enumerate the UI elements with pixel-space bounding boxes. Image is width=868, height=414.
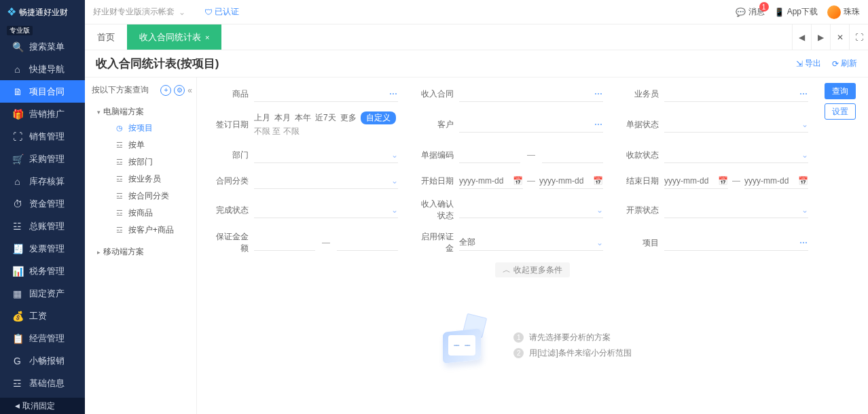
field-label: 客户 — [414, 119, 454, 131]
scheme-settings-button[interactable]: ⚙ — [174, 85, 185, 96]
field-项目: 项目⋯ — [619, 231, 808, 254]
scheme-item-0-4[interactable]: ☲按合同分类 — [97, 188, 196, 205]
tab-fullscreen[interactable]: ⛶ — [849, 24, 868, 50]
field-input[interactable]: ⌄ — [254, 202, 398, 218]
field-input[interactable]: ⌄ — [664, 147, 808, 163]
sidebar-item-label: 小畅报销 — [29, 355, 65, 367]
query-button[interactable]: 查询 — [825, 83, 856, 99]
calendar-icon[interactable]: 📅 — [718, 176, 728, 186]
field-input[interactable]: ⌄ — [664, 116, 808, 133]
field-input[interactable]: ⌄ — [254, 147, 398, 163]
sidebar-item-2[interactable]: 🗎项目合同 — [0, 80, 85, 103]
chevron-down-icon[interactable]: ⌄ — [596, 205, 603, 215]
tab-next[interactable]: ▶ — [811, 24, 830, 50]
sidebar-item-10[interactable]: 📊税务管理 — [0, 260, 85, 282]
sidebar-item-3[interactable]: 🎁营销推广 — [0, 103, 85, 125]
sidebar-item-11[interactable]: ▦固定资产 — [0, 282, 85, 305]
add-scheme-button[interactable]: + — [160, 85, 171, 96]
period-option[interactable]: 本年 — [295, 112, 311, 124]
pin-toggle[interactable]: 取消固定 — [0, 398, 85, 414]
lookup-icon[interactable]: ⋯ — [594, 89, 603, 99]
sidebar-item-4[interactable]: ⛶销售管理 — [0, 125, 85, 148]
range-from[interactable] — [254, 235, 315, 251]
scheme-item-0-0[interactable]: ◷按项目 — [97, 120, 196, 137]
period-option[interactable]: 上月 — [254, 112, 270, 124]
field-input[interactable]: 全部⌄ — [459, 235, 603, 251]
sidebar-icon: ⛶ — [12, 131, 22, 142]
calendar-icon[interactable]: 📅 — [513, 176, 523, 186]
lookup-icon[interactable]: ⋯ — [389, 89, 398, 99]
field-input[interactable]: ⋯ — [664, 86, 808, 102]
lookup-icon[interactable]: ⋯ — [594, 120, 603, 129]
scheme-group-0[interactable]: 电脑端方案 — [97, 104, 196, 120]
chevron-down-icon[interactable]: ⌄ — [801, 205, 808, 215]
field-input[interactable]: ⋯ — [664, 235, 808, 251]
period-custom[interactable]: 自定义 — [361, 111, 396, 124]
chevron-down-icon[interactable]: ⌄ — [801, 150, 808, 160]
sidebar-item-6[interactable]: ⌂库存核算 — [0, 170, 85, 192]
sidebar-item-7[interactable]: ⏱资金管理 — [0, 192, 85, 215]
sidebar-icon: 🧾 — [12, 243, 22, 254]
sidebar-item-13[interactable]: 📋经营管理 — [0, 327, 85, 349]
refresh-button[interactable]: ⟳刷新 — [832, 58, 857, 69]
sidebar-item-12[interactable]: 💰工资 — [0, 305, 85, 327]
tab-home[interactable]: 首页 — [85, 24, 127, 50]
sidebar-item-9[interactable]: 🧾发票管理 — [0, 237, 85, 260]
chevron-up-icon: ︿ — [503, 264, 511, 276]
scheme-item-0-5[interactable]: ☲按商品 — [97, 205, 196, 222]
chevron-down-icon[interactable]: ⌄ — [801, 120, 808, 129]
sidebar-item-0[interactable]: 🔍搜索菜单 — [0, 35, 85, 58]
date-input[interactable]: 📅 — [744, 173, 808, 189]
sidebar-item-14[interactable]: G小畅报销 — [0, 349, 85, 372]
sidebar: ❖ 畅捷通好业财 专业版 🔍搜索菜单⌂快捷导航🗎项目合同🎁营销推广⛶销售管理🛒采… — [0, 0, 85, 414]
settings-button[interactable]: 设置 — [825, 103, 856, 120]
lookup-icon[interactable]: ⋯ — [799, 238, 808, 247]
calendar-icon[interactable]: 📅 — [593, 176, 603, 186]
account-select[interactable]: 好业财专业版演示帐套 ⌄ — [93, 6, 185, 18]
collapse-conditions[interactable]: ︿收起更多条件 — [495, 262, 570, 277]
field-input[interactable]: ⌄ — [459, 202, 603, 218]
panel-collapse-button[interactable]: « — [187, 86, 192, 95]
period-option[interactable]: 更多 — [340, 112, 357, 124]
tab-report[interactable]: 收入合同统计表× — [127, 24, 221, 50]
period-option[interactable]: 本月 — [274, 112, 291, 124]
close-icon[interactable]: × — [205, 33, 209, 41]
scheme-group-1[interactable]: 移动端方案 — [97, 244, 196, 260]
sidebar-icon: 🛒 — [12, 154, 22, 165]
lookup-icon[interactable]: ⋯ — [799, 89, 808, 99]
scheme-item-0-2[interactable]: ☲按部门 — [97, 154, 196, 171]
scheme-item-0-1[interactable]: ☲按单 — [97, 137, 196, 154]
sidebar-item-1[interactable]: ⌂快捷导航 — [0, 58, 85, 80]
date-input[interactable]: 📅 — [664, 173, 728, 189]
chevron-down-icon[interactable]: ⌄ — [391, 150, 398, 160]
range-from[interactable] — [459, 147, 520, 163]
sidebar-item-5[interactable]: 🛒采购管理 — [0, 148, 85, 170]
calendar-icon[interactable]: 📅 — [798, 176, 808, 186]
chevron-down-icon[interactable]: ⌄ — [596, 238, 603, 247]
messages-button[interactable]: 💬消息 — [736, 6, 765, 18]
field-input[interactable]: ⋯ — [254, 86, 398, 102]
tab-prev[interactable]: ◀ — [792, 24, 811, 50]
scheme-item-0-3[interactable]: ☲按业务员 — [97, 171, 196, 188]
field-input[interactable]: ⋯ — [459, 86, 603, 102]
scheme-item-0-6[interactable]: ☲按客户+商品 — [97, 222, 196, 239]
sidebar-item-label: 项目合同 — [29, 86, 65, 98]
range-to[interactable] — [337, 235, 398, 251]
sidebar-item-8[interactable]: ☳总账管理 — [0, 215, 85, 237]
export-button[interactable]: ⇲导出 — [796, 58, 821, 69]
date-input[interactable]: 📅 — [459, 173, 523, 189]
app-download-button[interactable]: 📱App下载 — [774, 6, 818, 18]
field-部门: 部门⌄ — [209, 147, 398, 163]
field-input[interactable]: ⋯ — [459, 116, 603, 133]
chevron-down-icon[interactable]: ⌄ — [391, 205, 398, 215]
field-input[interactable]: ⌄ — [664, 202, 808, 218]
range-to[interactable] — [542, 147, 603, 163]
date-input[interactable]: 📅 — [539, 173, 603, 189]
sidebar-item-15[interactable]: ☲基础信息 — [0, 372, 85, 394]
tab-close-all[interactable]: ✕ — [830, 24, 849, 50]
chevron-down-icon[interactable]: ⌄ — [391, 176, 398, 186]
field-input[interactable]: ⌄ — [254, 173, 398, 189]
sidebar-icon: 🗎 — [12, 86, 22, 97]
user-menu[interactable]: 珠珠 — [827, 5, 860, 19]
period-option[interactable]: 近7天 — [315, 112, 336, 124]
